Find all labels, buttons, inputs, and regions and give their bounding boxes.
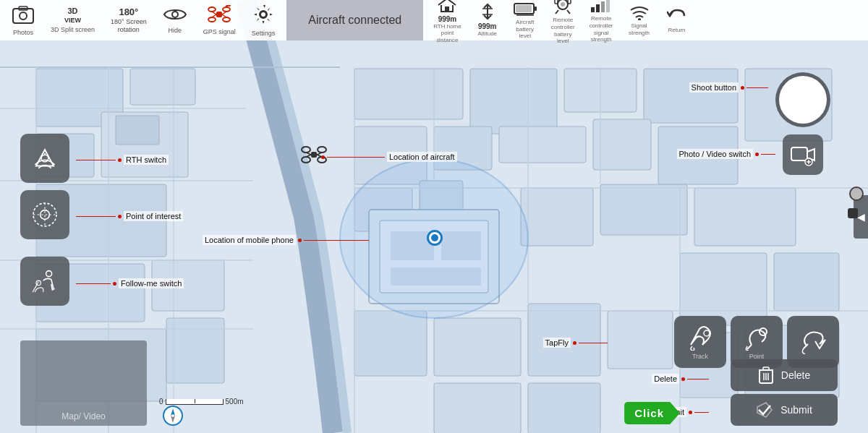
svg-point-92 (561, 2, 565, 7)
rth-switch-button[interactable] (20, 134, 69, 183)
svg-rect-97 (591, 7, 595, 12)
svg-rect-35 (680, 253, 767, 325)
scale-zero: 0 (159, 398, 163, 406)
settings-icon (252, 4, 274, 28)
3d-label: 3D Split screen (51, 26, 95, 34)
shoot-label-text: Shoot button (689, 82, 739, 93)
scale-500: 500m (226, 398, 244, 406)
svg-rect-11 (354, 69, 463, 119)
rc-battery-label: Remotecontrollerbatterylevel (551, 17, 575, 44)
svg-line-64 (306, 155, 311, 157)
gps-label: GPS signal (203, 28, 236, 36)
shoot-inner-circle (779, 76, 827, 124)
svg-point-101 (638, 18, 641, 20)
svg-rect-36 (774, 253, 839, 311)
gps-button[interactable]: GPS signal (196, 2, 243, 39)
submit-button-area[interactable]: Submit (731, 394, 838, 426)
followme-label-text: Follow-me switch (119, 278, 184, 288)
svg-rect-88 (535, 7, 537, 11)
rth-distance: 999m RTH homepointdistance (427, 0, 467, 45)
aircraft-battery-label: Aircraftbatterylevel (516, 19, 534, 40)
svg-rect-40 (528, 383, 600, 433)
gps-icon (207, 5, 231, 27)
svg-point-80 (228, 5, 231, 7)
svg-rect-89 (516, 5, 532, 12)
circle-record-button[interactable] (849, 187, 864, 201)
svg-rect-83 (445, 7, 449, 12)
svg-rect-95 (555, 0, 558, 4)
follow-me-button[interactable] (20, 257, 69, 306)
svg-rect-28 (521, 188, 593, 246)
svg-rect-12 (470, 69, 557, 134)
svg-line-77 (212, 14, 216, 17)
180-button[interactable]: 180° 180° Screenrotation (103, 4, 154, 37)
svg-rect-31 (354, 311, 427, 376)
svg-line-93 (556, 10, 558, 14)
shoot-button[interactable] (775, 72, 830, 127)
point-label: Point (749, 353, 765, 360)
rth-icon (437, 0, 457, 15)
svg-rect-99 (601, 1, 605, 12)
altitude-label: Altitude (477, 30, 497, 38)
mini-video-panel[interactable]: Map/ Video (20, 340, 147, 426)
location-phone-dot (427, 230, 443, 246)
toolbar-right: 999m RTH homepointdistance 999m Altitude (423, 0, 868, 40)
photo-video-label-text: Photo / Video switch (677, 149, 753, 159)
tapfly-track-button[interactable]: Track (674, 316, 726, 368)
svg-point-73 (223, 17, 230, 22)
point-of-interest-button[interactable] (20, 190, 69, 239)
right-panel: Shoot button Photo / Video switch (775, 72, 830, 175)
svg-rect-39 (434, 383, 521, 433)
svg-rect-100 (606, 0, 610, 12)
return-button[interactable]: Return (660, 6, 694, 35)
collapse-icon: ◀ (857, 211, 865, 223)
svg-rect-14 (644, 69, 738, 123)
phone-location-text: Location of mobile phone (203, 235, 296, 245)
aircraft-status-text: Aircraft connected (308, 14, 401, 27)
followme-annotation: Follow-me switch (76, 278, 184, 288)
altitude: 999m Altitude (470, 1, 505, 39)
svg-rect-98 (596, 4, 600, 12)
photos-button[interactable]: Photos (4, 1, 42, 40)
click-arrow[interactable]: Click (624, 402, 680, 424)
altitude-icon (480, 3, 495, 22)
aircraft-battery: Aircraftbatterylevel (508, 0, 542, 41)
compass[interactable] (163, 406, 183, 426)
svg-rect-66 (13, 9, 33, 23)
return-icon (667, 7, 687, 27)
rc-battery-icon (553, 0, 573, 17)
svg-rect-17 (499, 127, 586, 163)
svg-point-70 (208, 7, 216, 12)
shoot-annotation: Shoot button (689, 82, 768, 93)
toolbar-left: Photos 3DVIEW 3D Split screen 180° 180° … (0, 0, 286, 40)
rc-signal: Remotecontrollersignalstrength (584, 0, 619, 45)
180-label: 180° Screenrotation (111, 18, 147, 34)
settings-button[interactable]: Settings (244, 1, 283, 40)
photo-video-switch[interactable] (783, 134, 823, 175)
tapfly-annotation: TapFly (543, 338, 608, 348)
hide-button[interactable]: Hide (156, 4, 195, 38)
svg-point-104 (33, 203, 56, 226)
svg-rect-74 (216, 12, 222, 17)
delete-button-area[interactable]: Delete (731, 359, 838, 391)
rth-label-text: RTH switch (124, 155, 169, 165)
scale-bar: 0 500m (159, 398, 244, 406)
hide-label: Hide (168, 27, 182, 35)
record-dot[interactable] (848, 208, 858, 218)
svg-line-62 (306, 153, 311, 155)
svg-rect-61 (311, 152, 317, 158)
delete-label: Delete (781, 369, 810, 381)
track-label: Track (692, 353, 708, 360)
svg-rect-2 (130, 69, 195, 105)
svg-point-69 (172, 12, 178, 17)
settings-label: Settings (252, 30, 276, 38)
photo-video-annotation: Photo / Video switch (677, 149, 775, 159)
tapfly-label-text: TapFly (543, 338, 571, 348)
180-icon: 180° (119, 7, 138, 17)
aircraft-status: Aircraft connected (286, 0, 423, 40)
submit-label: Submit (780, 404, 812, 416)
3d-button[interactable]: 3DVIEW 3D Split screen (43, 4, 102, 37)
rc-signal-label: Remotecontrollersignalstrength (590, 15, 613, 43)
wifi-signal: Signalstrength (622, 3, 657, 38)
aircraft-location-text: Location of aircraft (387, 152, 457, 162)
